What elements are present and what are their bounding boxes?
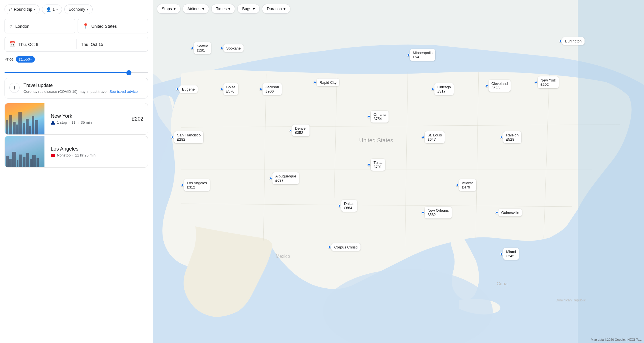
city-label-chicago[interactable]: Chicago£317	[434, 83, 454, 95]
city-name: Jackson	[265, 85, 279, 89]
cabin-class-chevron-icon: ▾	[87, 8, 88, 11]
city-label-minneapolis[interactable]: Minneapolis£541	[410, 49, 435, 61]
flight-duration-la: 11 hr 20 min	[75, 153, 95, 157]
city-price: £245	[506, 254, 516, 258]
city-name: Corpus Christi	[334, 245, 357, 249]
city-label-new-york[interactable]: New York£202	[538, 76, 559, 88]
city-name: Spokane	[226, 46, 241, 50]
city-label-san-francisco[interactable]: San Francisco£282	[174, 131, 203, 143]
city-name: Tulsa	[374, 160, 382, 165]
stops-filter-label: Stops	[162, 7, 172, 11]
city-price: £528	[491, 86, 508, 90]
city-price: £582	[428, 213, 449, 217]
city-label-omaha[interactable]: Omaha£754	[371, 111, 389, 123]
airlines-filter-label: Airlines	[187, 7, 201, 11]
see-travel-advice-link[interactable]: See travel advice	[109, 89, 138, 94]
city-label-miami[interactable]: Miami£245	[503, 248, 519, 260]
flight-stops-la: Nonstop	[57, 153, 71, 157]
flight-card-los-angeles[interactable]: Los Angeles Nonstop · 11 hr 20 min	[5, 136, 148, 168]
price-slider-container	[5, 72, 148, 73]
city-price: £312	[187, 185, 207, 189]
city-name: Los Angeles	[187, 181, 207, 185]
city-label-eugene[interactable]: Eugene	[179, 85, 198, 93]
stops-filter-button[interactable]: Stops ▾	[157, 4, 180, 14]
passengers-button[interactable]: 👤 1 ▾	[42, 5, 62, 14]
city-label-denver[interactable]: Denver£352	[292, 125, 310, 136]
city-label-rapid-city[interactable]: Rapid City	[317, 78, 339, 86]
svg-rect-9	[578, 0, 644, 343]
flight-dot-ny: ·	[69, 120, 70, 125]
city-label-gainesville[interactable]: Gainesville	[498, 209, 522, 216]
city-name: Dallas	[344, 201, 354, 206]
city-price: £352	[295, 130, 307, 135]
origin-field[interactable]: ○ London	[5, 19, 75, 33]
flight-image-new-york	[5, 103, 44, 134]
city-label-raleigh[interactable]: Raleigh£528	[503, 131, 521, 143]
city-label-st.-louis[interactable]: St. Louis£647	[425, 131, 445, 143]
city-label-spokane[interactable]: Spokane	[223, 44, 244, 52]
city-name: San Francisco	[177, 133, 201, 137]
city-name: Eugene	[182, 87, 195, 91]
airlines-filter-button[interactable]: Airlines ▾	[183, 4, 209, 14]
city-name: Cleveland	[491, 82, 508, 86]
origin-icon: ○	[9, 23, 12, 29]
flight-duration-ny: 11 hr 35 min	[71, 120, 92, 125]
round-trip-icon: ⇄	[9, 7, 12, 12]
flight-details-ny: 1 stop · 11 hr 35 min	[51, 120, 126, 125]
city-label-jackson[interactable]: Jackson£906	[263, 83, 282, 95]
city-name: Burlington	[565, 39, 582, 43]
bags-filter-label: Bags	[242, 7, 251, 11]
destination-field[interactable]: 📍 United States	[78, 19, 148, 33]
map-filter-bar: Stops ▾ Airlines ▾ Times ▾ Bags ▾ Durati…	[157, 4, 290, 14]
city-label-los-angeles[interactable]: Los Angeles£312	[184, 179, 210, 191]
city-label-burlington[interactable]: Burlington	[562, 37, 585, 45]
times-filter-button[interactable]: Times ▾	[211, 4, 235, 14]
city-price: £282	[177, 137, 201, 142]
city-label-seattle[interactable]: Seattle£281	[194, 42, 211, 54]
city-price: £317	[437, 89, 451, 93]
update-icon: ℹ	[9, 83, 20, 93]
duration-filter-button[interactable]: Duration ▾	[262, 4, 290, 14]
trip-type-button[interactable]: ⇄ Round trip ▾	[5, 5, 40, 14]
price-section: Price £1,550+	[5, 56, 148, 73]
city-name: Chicago	[437, 85, 451, 89]
cabin-class-label: Economy	[69, 7, 85, 12]
map-panel: Stops ▾ Airlines ▾ Times ▾ Bags ▾ Durati…	[153, 0, 644, 343]
duration-filter-label: Duration	[267, 7, 282, 11]
city-label-albuquerque[interactable]: Albuquerque£687	[272, 172, 299, 184]
city-name: Albuquerque	[275, 174, 296, 178]
city-label-cleveland[interactable]: Cleveland£528	[489, 80, 511, 92]
travel-update-card: ℹ Travel update Coronavirus disease (COV…	[5, 78, 148, 98]
city-label-atlanta[interactable]: Atlanta£479	[459, 179, 476, 191]
date-row[interactable]: 📅 Thu, Oct 8 Thu, Oct 15	[5, 37, 148, 52]
city-label-tulsa[interactable]: Tulsa£791	[371, 159, 385, 171]
flight-card-new-york[interactable]: New York 1 stop · 11 hr 35 min £202	[5, 103, 148, 135]
city-label-corpus-christi[interactable]: Corpus Christi	[331, 243, 360, 251]
airlines-chevron-icon: ▾	[202, 7, 204, 11]
flight-price-ny: £202	[132, 116, 148, 122]
trip-type-chevron-icon: ▾	[34, 8, 35, 11]
virgin-airline-icon	[51, 154, 55, 157]
city-label-boise[interactable]: Boise£576	[223, 83, 238, 95]
date-to-field: Thu, Oct 15	[76, 37, 148, 51]
city-name: Raleigh	[506, 133, 519, 137]
flight-dot-la: ·	[72, 153, 73, 157]
cabin-class-button[interactable]: Economy ▾	[64, 5, 92, 14]
price-badge: £1,550+	[16, 56, 35, 63]
flight-list: New York 1 stop · 11 hr 35 min £202	[5, 103, 148, 168]
date-from-label: Thu, Oct 8	[18, 42, 38, 47]
city-price: £754	[374, 117, 386, 121]
city-label-new-orleans[interactable]: New Orleans£582	[425, 207, 452, 218]
passenger-icon: 👤	[46, 7, 51, 12]
city-name: Omaha	[374, 112, 386, 117]
city-price: £479	[462, 185, 473, 189]
city-label-dallas[interactable]: Dallas£664	[341, 200, 357, 212]
date-to-label: Thu, Oct 15	[81, 42, 103, 47]
price-label: Price	[5, 57, 14, 61]
city-name: Boise	[226, 85, 236, 89]
times-filter-label: Times	[216, 7, 227, 11]
city-price: £541	[413, 55, 432, 59]
bags-filter-button[interactable]: Bags ▾	[237, 4, 260, 14]
price-slider[interactable]	[5, 72, 148, 73]
update-content: Travel update Coronavirus disease (COVID…	[24, 83, 138, 94]
